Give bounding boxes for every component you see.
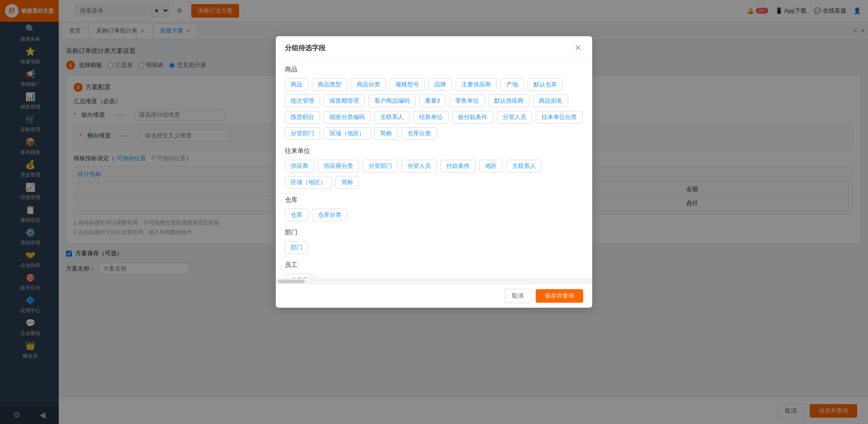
field-select-modal: 分组待选字段 ✕ 商品商品商品类型商品分类规格型号品牌主要供应商产地默认仓库批次… — [276, 36, 592, 308]
field-tag-仓库分类[interactable]: 仓库分类 — [401, 127, 437, 140]
field-tag-供应商[interactable]: 供应商 — [285, 160, 314, 172]
field-tag-保质期管理[interactable]: 保质期管理 — [324, 95, 365, 107]
field-tag-往来单位分类[interactable]: 往来单位分类 — [536, 111, 583, 124]
field-tag-品牌[interactable]: 品牌 — [429, 78, 452, 91]
field-section-仓库: 仓库仓库仓库分类 — [285, 196, 583, 221]
modal-save-button[interactable]: 保存并查询 — [536, 289, 583, 303]
field-tag-分管人员[interactable]: 分管人员 — [497, 111, 532, 124]
modal-title: 分组待选字段 — [285, 44, 326, 52]
field-tags-部门: 部门 — [285, 241, 583, 254]
modal-footer: 取消 保存并查询 — [276, 284, 592, 308]
field-tag-部门[interactable]: 部门 — [285, 241, 308, 254]
modal-header: 分组待选字段 ✕ — [276, 36, 592, 58]
field-section-title-商品: 商品 — [285, 66, 583, 74]
field-section-title-员工: 员工 — [285, 261, 583, 269]
field-tag-默认仓库[interactable]: 默认仓库 — [528, 78, 563, 91]
field-tag-主联系人[interactable]: 主联系人 — [506, 160, 542, 172]
field-tag-简称[interactable]: 简称 — [335, 176, 359, 189]
field-tag-税收分类编码[interactable]: 税收分类编码 — [324, 111, 371, 124]
field-tag-批次管理[interactable]: 批次管理 — [285, 95, 320, 107]
field-section-商品: 商品商品商品类型商品分类规格型号品牌主要供应商产地默认仓库批次管理保质期管理客户… — [285, 66, 583, 140]
field-tag-简称[interactable]: 简称 — [374, 127, 398, 140]
field-tags-商品: 商品商品类型商品分类规格型号品牌主要供应商产地默认仓库批次管理保质期管理客户商品… — [285, 78, 583, 140]
field-tag-商品[interactable]: 商品 — [285, 78, 308, 91]
field-tag-重量3[interactable]: 重量3 — [419, 95, 446, 107]
field-tag-区域（地区）[interactable]: 区域（地区） — [324, 127, 371, 140]
field-tags-仓库: 仓库仓库分类 — [285, 209, 583, 221]
field-tag-仓库分类[interactable]: 仓库分类 — [312, 209, 347, 221]
modal-cancel-button[interactable]: 取消 — [504, 289, 531, 303]
field-tag-分管人员[interactable]: 分管人员 — [401, 160, 437, 172]
field-section-往来单位: 往来单位供应商供应商分类分管部门分管人员付款条件地区主联系人区域（地区）简称 — [285, 147, 583, 189]
field-section-title-仓库: 仓库 — [285, 196, 583, 204]
field-tag-结算单位[interactable]: 结算单位 — [413, 111, 448, 124]
field-tag-拣货积分[interactable]: 拣货积分 — [285, 111, 320, 124]
field-tag-商品分类[interactable]: 商品分类 — [351, 78, 386, 91]
field-section-员工: 员工业务员 — [285, 261, 583, 278]
field-tag-产地[interactable]: 产地 — [500, 78, 524, 91]
field-tag-业务员[interactable]: 业务员 — [285, 274, 314, 278]
field-tag-分管部门[interactable]: 分管部门 — [363, 160, 398, 172]
field-tag-付款条件[interactable]: 付款条件 — [440, 160, 476, 172]
field-tag-商品类型[interactable]: 商品类型 — [312, 78, 347, 91]
field-tag-主要供应商[interactable]: 主要供应商 — [456, 78, 497, 91]
field-section-title-部门: 部门 — [285, 229, 583, 237]
field-tag-规格型号[interactable]: 规格型号 — [390, 78, 425, 91]
modal-hscroll[interactable] — [276, 278, 592, 284]
modal-body: 商品商品商品类型商品分类规格型号品牌主要供应商产地默认仓库批次管理保质期管理客户… — [276, 58, 592, 278]
field-tags-往来单位: 供应商供应商分类分管部门分管人员付款条件地区主联系人区域（地区）简称 — [285, 160, 583, 189]
field-tag-区域（地区）[interactable]: 区域（地区） — [285, 176, 332, 189]
modal-close-icon[interactable]: ✕ — [572, 43, 583, 53]
field-tag-主联系人[interactable]: 主联系人 — [374, 111, 410, 124]
field-tags-员工: 业务员 — [285, 274, 583, 278]
field-tag-默认供应商[interactable]: 默认供应商 — [488, 95, 529, 107]
field-tag-收付款条件[interactable]: 收付款条件 — [452, 111, 493, 124]
field-section-title-往来单位: 往来单位 — [285, 147, 583, 155]
field-section-部门: 部门部门 — [285, 229, 583, 254]
field-tag-商品别名[interactable]: 商品别名 — [533, 95, 568, 107]
field-tag-地区[interactable]: 地区 — [479, 160, 503, 172]
hscroll-thumb[interactable] — [278, 280, 305, 283]
field-tag-仓库[interactable]: 仓库 — [285, 209, 308, 221]
field-tag-分管部门[interactable]: 分管部门 — [285, 127, 320, 140]
field-tag-零售单位[interactable]: 零售单位 — [449, 95, 485, 107]
field-tag-供应商分类[interactable]: 供应商分类 — [318, 160, 359, 172]
field-tag-客户商品编码[interactable]: 客户商品编码 — [368, 95, 415, 107]
